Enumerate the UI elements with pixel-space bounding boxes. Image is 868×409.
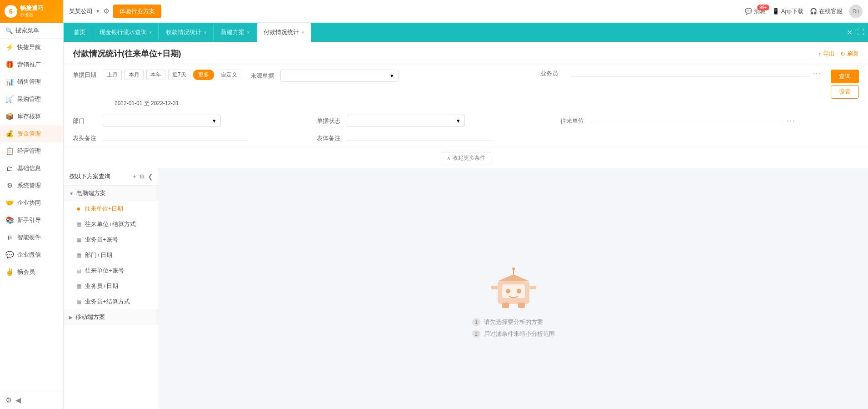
company-name: 某某公司 (69, 7, 93, 15)
refresh-btn[interactable]: ↻ 刷新 (840, 50, 859, 58)
scheme-item-icon-1: ▦ (76, 221, 81, 227)
scheme-item-4[interactable]: ▤ 往来单位+账号 (64, 263, 159, 278)
collapse-sidebar-icon[interactable]: ◀ (15, 396, 21, 404)
sidebar-item-system[interactable]: ⚙ 系统管理 (0, 177, 63, 194)
result-area: 1 请先选择要分析的方案 2 用过滤条件来缩小分析范围 (159, 168, 868, 409)
logo-icon: 6 (5, 5, 17, 18)
system-icon: ⚙ (5, 182, 14, 190)
export-btn[interactable]: ↑ 导出 (818, 50, 835, 58)
salesman-more-icon[interactable]: ··· (813, 70, 822, 78)
scheme-item-5[interactable]: ▦ 业务员+日期 (64, 278, 159, 294)
sidebar-label-inventory: 库存核算 (17, 112, 41, 121)
svg-rect-10 (518, 303, 525, 308)
sidebar-search[interactable]: 🔍 搜索菜单 (0, 23, 63, 39)
tab-bank-flow-close[interactable]: × (149, 30, 152, 35)
scheme-item-6[interactable]: ▦ 业务员+结算方式 (64, 294, 159, 309)
company-dropdown-icon[interactable]: ▾ (96, 8, 100, 15)
sidebar-item-wechat[interactable]: 💬 企业微信 (0, 246, 63, 263)
tab-fullscreen-icon[interactable]: ⛶ (857, 28, 864, 37)
sidebar-item-operation[interactable]: 📋 经营管理 (0, 142, 63, 160)
sidebar-item-purchase[interactable]: 🛒 采购管理 (0, 91, 63, 108)
query-btn[interactable]: 查询 (831, 70, 859, 83)
tab-close-all-icon[interactable]: ✕ (847, 28, 853, 37)
scheme-item-1[interactable]: ▦ 往来单位+结算方式 (64, 217, 159, 232)
voucher-status-select[interactable]: ▾ (347, 115, 465, 127)
date-btn-7days[interactable]: 近7天 (168, 70, 190, 80)
guide-icon: 📚 (5, 216, 14, 224)
trial-btn[interactable]: 体验行业方案 (113, 5, 161, 18)
date-btn-this-year[interactable]: 本年 (146, 70, 165, 80)
online-service-btn[interactable]: 🎧 在线客服 (810, 7, 843, 15)
sidebar-item-guide[interactable]: 📚 新手引导 (0, 212, 63, 229)
sidebar-label-system: 系统管理 (17, 182, 41, 190)
notification-icon: 💬 (745, 8, 752, 15)
sidebar-item-inventory[interactable]: 📦 库存核算 (0, 108, 63, 125)
source-select[interactable]: ▾ (280, 70, 399, 82)
tab-pay-stat[interactable]: 付款情况统计 × (257, 23, 311, 42)
settings-footer-icon[interactable]: ⚙ (5, 396, 12, 404)
collapse-conditions-btn[interactable]: ∧ 收起更多条件 (441, 152, 491, 164)
service-icon: 🎧 (810, 8, 817, 15)
sidebar-footer: ⚙ ◀ (0, 391, 63, 409)
tab-pay-stat-close[interactable]: × (301, 30, 304, 35)
sidebar-item-basic[interactable]: 🗂 基础信息 (0, 160, 63, 177)
tab-home[interactable]: 首页 (67, 23, 92, 42)
mobile-scheme-group: ▶ 移动端方案 (64, 309, 159, 325)
empty-state: 1 请先选择要分析的方案 2 用过滤条件来缩小分析范围 (472, 265, 555, 338)
notifications-badge: 99+ (757, 5, 769, 10)
sidebar-label-vip: 畅会员 (17, 268, 35, 276)
tab-new-scheme-label: 新建方案 (221, 28, 244, 36)
wechat-icon: 💬 (5, 251, 14, 259)
pc-group-header[interactable]: ▼ 电脑端方案 (64, 186, 159, 201)
salesman-filter-label: 业务员 (540, 70, 568, 78)
date-btn-custom[interactable]: 自定义 (217, 70, 241, 80)
sidebar-item-hardware[interactable]: 🖥 智能硬件 (0, 229, 63, 246)
hardware-icon: 🖥 (5, 233, 14, 242)
scheme-item-label-2: 业务员+账号 (85, 236, 118, 244)
dept-select[interactable]: ▾ (103, 115, 221, 127)
page-header-actions: ↑ 导出 ↻ 刷新 (818, 50, 859, 58)
counterparty-more-icon[interactable]: ··· (787, 117, 795, 125)
tip-text-2: 用过滤条件来缩小分析范围 (484, 330, 555, 338)
date-btn-more[interactable]: 更多 (193, 70, 214, 80)
svg-point-4 (517, 289, 521, 293)
tab-payment-stat-label: 收款情况统计 (166, 28, 201, 36)
filter-settings-btn[interactable]: 设置 (831, 85, 859, 99)
app-download-btn[interactable]: 📱 App下载 (772, 7, 803, 15)
tab-payment-stat[interactable]: 收款情况统计 × (160, 23, 213, 42)
scheme-item-3[interactable]: ▦ 部门+日期 (64, 247, 159, 263)
date-btn-last-month[interactable]: 上月 (103, 70, 122, 80)
date-btn-this-month[interactable]: 本月 (125, 70, 144, 80)
tab-new-scheme[interactable]: 新建方案 × (215, 23, 256, 42)
date-range-display: 2022-01-01 至 2022-12-31 (115, 100, 179, 106)
sidebar-label-purchase: 采购管理 (17, 95, 41, 103)
scheme-item-0[interactable]: ● 往来单位+日期 (64, 201, 159, 217)
mobile-group-header[interactable]: ▶ 移动端方案 (64, 309, 159, 325)
scheme-item-2[interactable]: ▦ 业务员+账号 (64, 232, 159, 247)
pc-scheme-group: ▼ 电脑端方案 ● 往来单位+日期 ▦ 往来单位+结算方式 ▦ 业务员+账号 (64, 186, 159, 309)
sidebar-item-sales[interactable]: 📊 销售管理 (0, 73, 63, 91)
purchase-icon: 🛒 (5, 95, 14, 103)
sidebar-item-quick-nav[interactable]: ⚡ 快捷导航 (0, 39, 63, 56)
sidebar-label-hardware: 智能硬件 (17, 233, 41, 242)
tab-new-scheme-close[interactable]: × (247, 30, 249, 35)
tab-payment-stat-close[interactable]: × (204, 30, 206, 35)
user-avatar[interactable]: Rit (849, 5, 863, 18)
svg-rect-8 (529, 286, 536, 289)
scheme-collapse-icon[interactable]: ❮ (148, 173, 153, 180)
scheme-panel: 按以下方案查询 + ⚙ ❮ ▼ 电脑端方案 ● 往来单位+日期 (64, 168, 159, 409)
topbar-settings-icon[interactable]: ⚙ (103, 7, 110, 15)
tab-bank-flow[interactable]: 现金银行流水查询 × (93, 23, 159, 42)
notifications-btn[interactable]: 💬 消息 99+ (745, 7, 766, 15)
topbar: 某某公司 ▾ ⚙ 体验行业方案 💬 消息 99+ 📱 App下载 🎧 在线客服 … (64, 0, 868, 23)
scheme-active-icon: ● (76, 205, 81, 213)
sidebar-item-collab[interactable]: 🤝 企业协同 (0, 194, 63, 212)
collapse-up-icon: ∧ (447, 155, 451, 162)
sidebar-item-vip[interactable]: ✌ 畅会员 (0, 263, 63, 281)
scheme-settings-icon[interactable]: ⚙ (139, 173, 145, 180)
add-scheme-icon[interactable]: + (133, 173, 136, 180)
vip-icon: ✌ (5, 268, 14, 276)
page-content: 付款情况统计(往来单位+日期) ↑ 导出 ↻ 刷新 单据日期 (64, 42, 868, 409)
sidebar-item-finance[interactable]: 💰 资金管理 (0, 125, 63, 142)
sidebar-item-marketing[interactable]: 🎁 营销推广 (0, 56, 63, 73)
